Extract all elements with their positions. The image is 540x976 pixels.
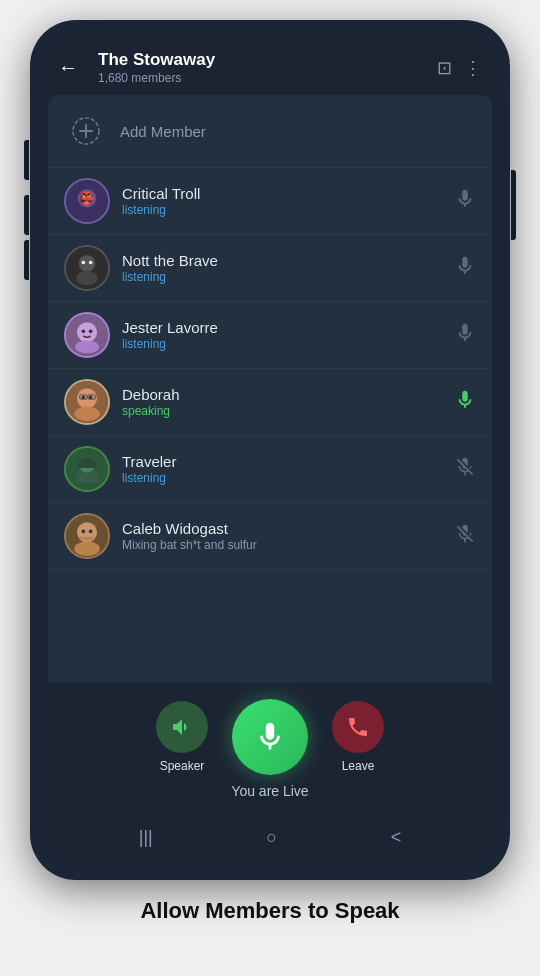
page-wrapper: ← The Stowaway 1,680 members ⊡ ⋮ [0, 0, 540, 954]
svg-point-11 [75, 340, 99, 353]
svg-point-8 [89, 261, 93, 265]
avatar-caleb-widogast [64, 513, 110, 559]
nav-bar: ||| ○ < [42, 811, 498, 868]
svg-text:👺: 👺 [79, 191, 95, 207]
svg-point-5 [79, 255, 95, 271]
cast-icon[interactable]: ⊡ [437, 57, 452, 79]
leave-label: Leave [342, 759, 375, 773]
svg-point-10 [77, 322, 97, 342]
add-member-icon [64, 109, 108, 153]
mic-icon-caleb-widogast [454, 523, 476, 549]
member-info-nott-the-brave: Nott the Bravelistening [110, 252, 454, 284]
member-row-deborah[interactable]: Deborahspeaking [48, 369, 492, 436]
member-status-nott-the-brave: listening [122, 270, 454, 284]
bottom-controls: Speaker Leave [42, 683, 498, 811]
nav-home-icon[interactable]: ○ [250, 821, 293, 854]
member-row-critical-troll[interactable]: 👺 Critical Trolllistening [48, 168, 492, 235]
mic-icon-deborah [454, 389, 476, 415]
main-mic-button[interactable] [232, 699, 308, 775]
member-name-deborah: Deborah [122, 386, 454, 403]
svg-point-28 [89, 530, 93, 534]
member-name-jester-lavorre: Jester Lavorre [122, 319, 454, 336]
member-list: Add Member 👺 Critical Trolllistening Not… [48, 95, 492, 683]
speaker-icon-circle [156, 701, 208, 753]
svg-point-26 [74, 541, 100, 556]
member-name-nott-the-brave: Nott the Brave [122, 252, 454, 269]
member-info-jester-lavorre: Jester Lavorrelistening [110, 319, 454, 351]
leave-button[interactable]: Leave [332, 701, 384, 773]
svg-point-6 [76, 271, 98, 286]
member-status-caleb-widogast: Mixing bat sh*t and sulfur [122, 538, 454, 552]
member-name-critical-troll: Critical Troll [122, 185, 454, 202]
svg-point-13 [89, 330, 93, 334]
svg-point-12 [82, 330, 86, 334]
bottom-headline: Allow Members to Speak [120, 898, 419, 924]
member-row-nott-the-brave[interactable]: Nott the Bravelistening [48, 235, 492, 302]
header-actions: ⊡ ⋮ [437, 57, 482, 79]
svg-point-16 [74, 407, 100, 422]
avatar-deborah [64, 379, 110, 425]
live-label: You are Live [231, 783, 308, 799]
header-title-block: The Stowaway 1,680 members [90, 50, 437, 85]
leave-icon-circle [332, 701, 384, 753]
member-row-jester-lavorre[interactable]: Jester Lavorrelistening [48, 302, 492, 369]
member-info-critical-troll: Critical Trolllistening [110, 185, 454, 217]
members-container: 👺 Critical Trolllistening Nott the Brave… [48, 168, 492, 570]
member-count: 1,680 members [98, 71, 437, 85]
member-status-critical-troll: listening [122, 203, 454, 217]
more-icon[interactable]: ⋮ [464, 57, 482, 79]
speaker-button[interactable]: Speaker [156, 701, 208, 773]
member-name-traveler: Traveler [122, 453, 454, 470]
svg-point-7 [82, 261, 86, 265]
speaker-label: Speaker [160, 759, 205, 773]
phone-screen: ← The Stowaway 1,680 members ⊡ ⋮ [42, 32, 498, 868]
mic-icon-critical-troll [454, 188, 476, 214]
header: ← The Stowaway 1,680 members ⊡ ⋮ [42, 32, 498, 95]
member-status-jester-lavorre: listening [122, 337, 454, 351]
avatar-nott-the-brave [64, 245, 110, 291]
mic-icon-jester-lavorre [454, 322, 476, 348]
channel-title: The Stowaway [98, 50, 437, 70]
avatar-jester-lavorre [64, 312, 110, 358]
member-info-deborah: Deborahspeaking [110, 386, 454, 418]
back-button[interactable]: ← [58, 56, 90, 79]
mic-icon-traveler [454, 456, 476, 482]
add-member-label: Add Member [120, 123, 206, 140]
svg-point-27 [82, 530, 86, 534]
nav-back-icon[interactable]: < [375, 821, 418, 854]
member-row-traveler[interactable]: Travelerlistening [48, 436, 492, 503]
member-status-traveler: listening [122, 471, 454, 485]
controls-row: Speaker Leave [66, 699, 474, 775]
member-name-caleb-widogast: Caleb Widogast [122, 520, 454, 537]
mic-icon-nott-the-brave [454, 255, 476, 281]
member-info-caleb-widogast: Caleb WidogastMixing bat sh*t and sulfur [110, 520, 454, 552]
member-row-caleb-widogast[interactable]: Caleb WidogastMixing bat sh*t and sulfur [48, 503, 492, 570]
avatar-traveler [64, 446, 110, 492]
add-member-row[interactable]: Add Member [48, 95, 492, 168]
phone-shell: ← The Stowaway 1,680 members ⊡ ⋮ [30, 20, 510, 880]
nav-menu-icon[interactable]: ||| [123, 821, 169, 854]
member-status-deborah: speaking [122, 404, 454, 418]
member-info-traveler: Travelerlistening [110, 453, 454, 485]
avatar-critical-troll: 👺 [64, 178, 110, 224]
